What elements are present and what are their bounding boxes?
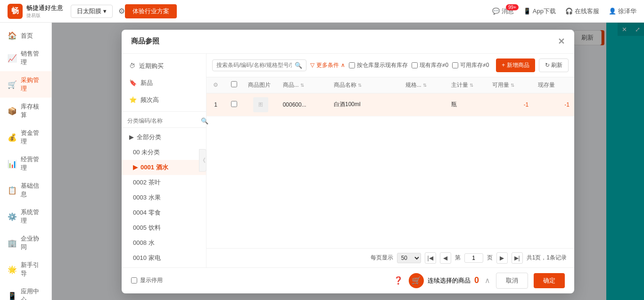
show-disabled-label[interactable]: 显示停用: [131, 276, 163, 284]
confirm-button[interactable]: 确定: [534, 273, 565, 288]
category-search-icon[interactable]: 🔍: [201, 117, 208, 125]
gear-button[interactable]: ⚙: [118, 7, 125, 16]
table-row[interactable]: 1 图 000600... 白酒100ml: [206, 93, 574, 116]
sidebar-item-apps[interactable]: 📱 应用中心: [0, 283, 51, 300]
footer-right: ❓ 🛒 连续选择的商品 0 ∧ 取消 确定: [394, 273, 565, 289]
avail-stock-checkbox[interactable]: [452, 62, 458, 68]
current-stock-text: 现有库存≠0: [420, 61, 448, 69]
cat-all-arrow: ▶: [129, 133, 134, 141]
cat-0004-label: 0004 零食: [133, 208, 161, 217]
sidebar-item-inventory[interactable]: 📦 库存核算: [0, 98, 51, 124]
cat-00[interactable]: 00 未分类: [122, 145, 206, 160]
th-avail-label: 可用量: [492, 81, 509, 89]
cat-0008[interactable]: 0008 水: [122, 235, 206, 250]
product-search-icon[interactable]: 🔍: [295, 62, 302, 69]
select-all-checkbox[interactable]: [231, 81, 237, 87]
sidebar-item-basic[interactable]: 📋 基础信息: [0, 177, 51, 203]
sidebar-label-basic: 基础信息: [21, 182, 44, 199]
avail-stock-checkbox-label[interactable]: 可用库存≠0: [452, 61, 489, 69]
cat-0001[interactable]: ▶ 0001 酒水: [122, 160, 206, 175]
page-next-button[interactable]: ▶: [496, 252, 508, 264]
message-icon: 💬: [492, 8, 500, 15]
modal-close-button[interactable]: ✕: [558, 36, 565, 47]
page-last-button[interactable]: ▶|: [512, 252, 523, 264]
row-num-text: 1: [214, 101, 217, 108]
sidebar-item-finance[interactable]: 💰 资金管理: [0, 124, 51, 150]
sidebar-item-purchase[interactable]: 🛒 采购管理: [0, 71, 51, 98]
frequent-item[interactable]: ⭐ 频次高: [122, 92, 206, 108]
online-service-item[interactable]: 🎧 在线客服: [565, 7, 599, 16]
cat-all-label: 全部分类: [137, 133, 161, 142]
th-stock[interactable]: 现存量: [533, 77, 574, 93]
product-search-input[interactable]: [216, 62, 292, 68]
add-product-button[interactable]: + 新增商品: [496, 58, 535, 72]
user-item[interactable]: 👤 徐泽华: [609, 7, 636, 16]
th-unit[interactable]: 主计量⇅: [446, 77, 487, 93]
row-spec: [401, 93, 447, 116]
page-first-button[interactable]: |◀: [425, 252, 436, 264]
filter-more-label: 更多条件: [316, 61, 339, 69]
recent-purchase-item[interactable]: ⏱ 近期购买: [122, 58, 206, 75]
cat-0004[interactable]: 0004 零食: [122, 205, 206, 220]
exp-button[interactable]: 体验行业方案: [125, 4, 177, 18]
th-image: 商品图片: [243, 77, 278, 93]
cat-0002[interactable]: 0002 茶叶: [122, 175, 206, 190]
warehouse-checkbox-label[interactable]: 按仓库显示现有库存: [349, 61, 408, 69]
filter-more-button[interactable]: ▽ 更多条件 ∧: [310, 61, 345, 69]
help-icon[interactable]: ❓: [394, 276, 403, 285]
warehouse-checkbox[interactable]: [349, 62, 355, 68]
th-avail[interactable]: 可用量⇅: [487, 77, 534, 93]
row-checkbox[interactable]: [231, 101, 237, 107]
sidebar-label-operation: 经营管理: [21, 155, 44, 172]
sidebar-label-home: 首页: [21, 32, 33, 40]
sidebar: 🏠 首页 📈 销售管理 🛒 采购管理 📦 库存核算 💰 资金管理 📊 经营管理 …: [0, 23, 52, 300]
collapse-footer-button[interactable]: ∧: [485, 276, 490, 285]
show-disabled-checkbox[interactable]: [131, 277, 137, 283]
guide-icon: 🌟: [8, 265, 17, 274]
page-number-input[interactable]: [464, 253, 483, 263]
company-selector[interactable]: 日太阳膜 ▾: [71, 5, 113, 18]
sidebar-item-home[interactable]: 🏠 首页: [0, 26, 51, 45]
cat-all[interactable]: ▶ 全部分类: [122, 130, 206, 145]
cancel-button[interactable]: 取消: [496, 273, 528, 289]
th-code[interactable]: 商品...⇅: [278, 77, 329, 93]
divider-1: [122, 111, 206, 112]
row-avail: -1: [487, 93, 534, 116]
category-search-input[interactable]: [127, 117, 198, 124]
current-stock-checkbox[interactable]: [412, 62, 418, 68]
new-product-item[interactable]: 🔖 新品: [122, 75, 206, 92]
cat-0008-label: 0008 水: [133, 239, 155, 247]
sidebar-item-enterprise[interactable]: 🏢 企业协同: [0, 230, 51, 256]
pagination-bar: 每页显示 50 10 20 100 |◀ ◀ 第 页: [206, 248, 574, 267]
collapse-panel-button[interactable]: 《: [199, 149, 206, 172]
cat-0005-label: 0005 饮料: [133, 224, 161, 232]
cat-0003[interactable]: 0003 水果: [122, 190, 206, 205]
message-item[interactable]: 💬 消息 99+: [492, 7, 514, 16]
modal-body: ⏱ 近期购买 🔖 新品 ⭐ 频次高: [122, 54, 574, 267]
row-unit-text: 瓶: [451, 101, 457, 108]
per-page-select[interactable]: 50 10 20 100: [397, 253, 421, 263]
product-image-placeholder: 图: [253, 97, 268, 112]
th-settings[interactable]: ⚙: [206, 77, 225, 93]
row-check[interactable]: [225, 93, 243, 116]
sidebar-item-system[interactable]: ⚙️ 系统管理: [0, 203, 51, 230]
page-prev-button[interactable]: ◀: [440, 252, 451, 264]
product-table: ⚙ 商品图片 商品...⇅: [206, 77, 574, 117]
right-toolbar: 🔍 ▽ 更多条件 ∧ 按仓库显示现有库存: [206, 54, 574, 77]
cat-0005[interactable]: 0005 饮料: [122, 220, 206, 235]
online-service-label: 在线客服: [575, 7, 599, 16]
sidebar-item-guide[interactable]: 🌟 新手引导: [0, 256, 51, 283]
refresh-table-button[interactable]: ↻ 刷新: [539, 58, 569, 72]
th-spec[interactable]: 规格...⇅: [401, 77, 447, 93]
cat-0003-label: 0003 水果: [133, 193, 161, 202]
recent-purchase-label: 近期购买: [139, 62, 164, 70]
sidebar-item-sales[interactable]: 📈 销售管理: [0, 45, 51, 71]
sidebar-label-guide: 新手引导: [21, 261, 44, 278]
th-name[interactable]: 商品名称⇅: [329, 77, 401, 93]
sidebar-item-operation[interactable]: 📊 经营管理: [0, 150, 51, 177]
per-page-label: 每页显示: [371, 254, 393, 262]
cat-0010-label: 0010 家电: [133, 254, 161, 262]
current-stock-checkbox-label[interactable]: 现有库存≠0: [412, 61, 448, 69]
cat-0010[interactable]: 0010 家电: [122, 250, 206, 266]
app-download-item[interactable]: 📱 App下载: [523, 7, 556, 16]
